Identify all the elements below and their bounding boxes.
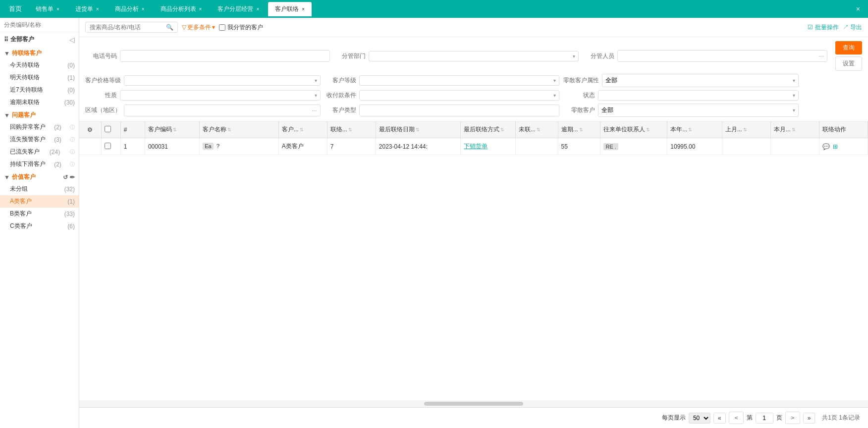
sidebar-item-class-c[interactable]: C类客户 (6) [0,220,79,232]
first-page-btn[interactable]: « [713,413,726,424]
sidebar-item-declining[interactable]: 持续下滑客户 (2) ⓘ [0,158,79,170]
close-purchase-tab[interactable]: × [96,6,99,12]
nav-tab-analysis-list[interactable]: 商品分析列表 × [154,2,209,16]
th-gear[interactable]: ⚙ [79,121,101,138]
td-check[interactable] [101,138,120,155]
phone-input[interactable] [120,50,330,62]
th-this-year[interactable]: 本年... ⇅ [667,121,722,138]
value-customers-group[interactable]: ▼ 价值客户 ↺ ✏ [0,170,79,183]
refresh-icon[interactable]: ↺ [63,174,68,181]
filter-status: 状态 ▾ [563,90,799,101]
sidebar-search-input[interactable] [4,21,78,28]
close-sales-tab[interactable]: × [56,6,59,12]
sidebar-item-tomorrow-contact[interactable]: 明天待联络 (1) [0,71,79,84]
main-search-input[interactable] [90,24,164,31]
info-icon-2: ⓘ [70,149,75,156]
nav-tab-customer-mgmt[interactable]: 客户分层经营 × [211,2,266,16]
nav-home[interactable]: 首页 [4,1,27,16]
th-last-date[interactable]: 最后联络日期 ⇅ [376,121,461,138]
filter-retail-attr: 零散客户属性 全部 ▾ [563,74,799,87]
pending-contact-group[interactable]: ▼ 待联络客户 [0,47,79,59]
per-page-select[interactable]: 50 [689,413,710,424]
sidebar-item-7days-contact[interactable]: 近7天待联络 (0) [0,84,79,96]
nav-tab-analysis[interactable]: 商品分析 × [108,2,152,16]
next-page-btn[interactable]: ＞ [785,412,800,424]
last-page-btn[interactable]: » [803,413,815,424]
region-label: 区域（地区） [85,106,124,114]
manager-dots[interactable]: ··· [819,53,824,59]
retail-customer-select[interactable]: 全部 ▾ [598,104,799,117]
sidebar-collapse-btn[interactable]: ◁ [69,36,75,44]
sidebar-item-churned[interactable]: 已流失客户 (24) ⓘ [0,146,79,158]
customer-grade-select[interactable]: ▾ [359,75,560,86]
select-all-checkbox[interactable] [105,126,111,132]
th-name[interactable]: 客户名称 ⇅ [200,121,278,138]
nav-tab-sales[interactable]: 销售单 × [29,2,66,16]
sidebar-item-churn-warning[interactable]: 流失预警客户 (3) ⓘ [0,133,79,146]
close-all-tabs[interactable]: × [852,3,864,15]
my-customers-checkbox[interactable] [219,24,225,31]
grid-action-icon[interactable]: ⊞ [833,143,838,150]
price-grade-select[interactable]: ▾ [124,75,321,86]
my-customers-checkbox-label[interactable]: 我分管的客户 [219,23,263,32]
horizontal-scrollbar[interactable] [79,400,868,407]
sidebar-item-overdue-contact[interactable]: 逾期未联络 (30) [0,96,79,108]
nav-tab-customer-contact[interactable]: 客户联络 × [268,2,312,16]
payment-select[interactable]: ▾ [359,90,560,101]
sidebar-item-class-a[interactable]: A类客户 (1) [0,195,79,208]
last-method-link[interactable]: 下销货单 [464,143,488,150]
sidebar-item-repurchase-abnormal[interactable]: 回购异常客户 (2) ⓘ [0,121,79,133]
th-overdue[interactable]: 逾期... ⇅ [558,121,600,138]
th-last-method[interactable]: 最后联络方式 ⇅ [461,121,515,138]
row-checkbox[interactable] [105,143,111,149]
sidebar-item-today-contact[interactable]: 今天待联络 (0) [0,59,79,71]
td-last-method[interactable]: 下销货单 [461,138,515,155]
th-category[interactable]: 客户... ⇅ [278,121,327,138]
info-icon-1: ⓘ [70,136,75,143]
th-check[interactable] [101,121,120,138]
name-tag: Ea [203,143,213,150]
status-select[interactable]: ▾ [598,90,799,101]
scrollbar-thumb[interactable] [424,402,523,406]
sort-category-icon: ⇅ [300,127,304,132]
sidebar-search-bar: 🔍 [0,18,79,32]
manager-label: 分管人员 [583,52,617,60]
prev-page-btn[interactable]: ＜ [729,412,744,424]
more-conditions-btn[interactable]: ▽ 更多条件 ▾ [182,23,215,32]
query-button[interactable]: 查询 [835,41,862,54]
close-analysis-list-tab[interactable]: × [199,6,202,12]
close-customer-contact-tab[interactable]: × [302,6,305,12]
customer-type-input[interactable] [359,105,560,116]
problem-customers-group[interactable]: ▼ 问题客户 [0,108,79,121]
sort-nocontact-icon: ⇅ [537,127,541,132]
main-search-icon[interactable]: 🔍 [166,24,173,31]
th-code[interactable]: 客户编码 ⇅ [145,121,199,138]
region-select[interactable]: ··· [124,105,321,116]
retail-attr-select[interactable]: 全部 ▾ [602,74,799,87]
page-suffix: 页 [776,414,782,422]
th-last-month[interactable]: 上月... ⇅ [722,121,770,138]
settings-button[interactable]: 设置 [835,56,862,71]
problem-arrow: ▼ [4,112,10,119]
dept-select[interactable]: ▾ [369,51,579,61]
th-contact[interactable]: 联络... ⇅ [327,121,376,138]
th-prev-unit[interactable]: 往来单位联系人 ⇅ [600,121,667,138]
page-number-input[interactable] [756,413,773,424]
edit-icon[interactable]: ✏ [70,174,75,181]
nav-tab-purchase[interactable]: 进货单 × [68,2,106,16]
sort-method-icon: ⇅ [500,127,504,132]
close-customer-mgmt-tab[interactable]: × [256,6,259,12]
manager-select[interactable]: ··· [617,50,827,62]
name-extra: ？ [215,143,221,150]
export-btn[interactable]: ↗ 导出 [843,23,862,32]
nature-select[interactable]: ▾ [120,90,321,101]
close-analysis-tab[interactable]: × [142,6,145,12]
batch-op-btn[interactable]: ☑ 批量操作 [808,23,838,32]
th-no-contact[interactable]: 未联... ⇅ [515,121,558,138]
sidebar-item-class-b[interactable]: B类客户 (33) [0,208,79,220]
sidebar-item-unclassified[interactable]: 未分组 (32) [0,183,79,195]
filter-dept: 分管部门 ▾ [334,51,579,61]
chat-icon[interactable]: 💬 [822,143,830,150]
region-dots[interactable]: ··· [312,107,317,114]
th-this-month[interactable]: 本月... ⇅ [770,121,819,138]
